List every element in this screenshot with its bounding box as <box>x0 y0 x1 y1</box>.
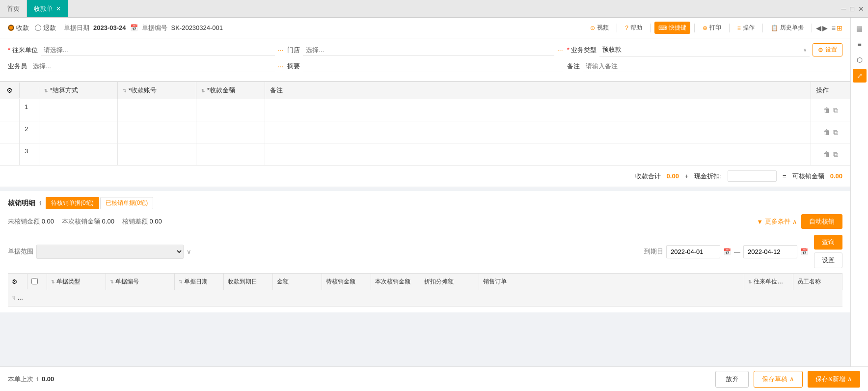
store-more-btn[interactable]: ··· <box>557 46 563 54</box>
sub-dept-col: ⇅ 部门名称 <box>8 290 27 306</box>
tab-close-button[interactable]: ✕ <box>56 5 61 12</box>
due-date-from-input[interactable] <box>666 245 720 258</box>
summary-row: 收款合计 0.00 + 现金折扣: = 可核销金额 0.00 <box>0 166 850 187</box>
window-maximize-button[interactable]: □ <box>850 5 854 13</box>
summary-input[interactable] <box>303 60 563 72</box>
abandon-button[interactable]: 放弃 <box>715 371 749 388</box>
reconcile-info-icon[interactable]: ℹ <box>39 200 42 207</box>
nav-prev-button[interactable]: ◀ <box>816 24 821 32</box>
business-type-select[interactable]: 预收款 ∨ <box>599 43 810 56</box>
counterparty-more-btn[interactable]: ··· <box>278 46 284 54</box>
sidebar-doc-button[interactable]: ≡ <box>853 37 867 51</box>
sidebar-link-button[interactable]: ⬡ <box>853 53 867 67</box>
tab-bar: 首页 收款单 ✕ ─ □ ✕ <box>0 0 868 18</box>
business-type-value: 预收款 <box>602 45 801 54</box>
nav-next-button[interactable]: ▶ <box>822 24 828 32</box>
row1-account[interactable] <box>118 99 196 121</box>
completed-tab[interactable]: 已核销单据(0笔) <box>100 197 154 209</box>
range-dropdown-icon[interactable]: ∨ <box>187 248 191 255</box>
shortcut-button[interactable]: ⌨ 快捷键 <box>654 22 690 34</box>
sub-select-all-checkbox[interactable] <box>31 278 38 284</box>
counterparty-label: 往来单位 <box>8 46 38 55</box>
calendar-icon[interactable]: 📅 <box>130 24 138 31</box>
right-sidebar: ▦ ≡ ⬡ ⤢ <box>850 18 868 366</box>
layout-list-button[interactable]: ≡ <box>832 24 836 32</box>
calendar-from-icon[interactable]: 📅 <box>723 248 731 255</box>
row2-note[interactable] <box>265 121 811 143</box>
operation-button[interactable]: ≡ 操作 <box>733 22 759 34</box>
sidebar-grid-button[interactable]: ▦ <box>853 22 867 35</box>
row1-delete-button[interactable]: 🗑 <box>823 106 830 114</box>
footer-info-icon[interactable]: ℹ <box>36 376 39 383</box>
row3-amount[interactable] <box>196 143 265 165</box>
reconcile-stats: 未核销金额 0.00 本次核销金额 0.00 核销差额 0.00 ▼ 更多条件 … <box>8 214 842 229</box>
plus-sign: + <box>685 172 689 180</box>
tab-receipt-label: 收款单 <box>34 4 53 13</box>
note-label: 备注 <box>567 62 580 71</box>
sub-table-header: ⚙ ⇅ 单据类型 ⇅ 单据编号 ⇅ 单据日期 收款到期日 金额 <box>8 273 842 307</box>
row1-note[interactable] <box>265 99 811 121</box>
sidebar-expand-button[interactable]: ⤢ <box>853 69 867 83</box>
row3-settlement[interactable] <box>39 143 118 165</box>
window-close-button[interactable]: ✕ <box>858 5 864 13</box>
video-button[interactable]: ⊙ 视频 <box>586 22 613 34</box>
row2-copy-button[interactable]: ⧉ <box>833 128 838 137</box>
pending-tab[interactable]: 待核销单据(0笔) <box>46 197 99 209</box>
radio-receipt[interactable]: 收款 <box>8 24 29 32</box>
radio-receipt-input[interactable] <box>8 25 14 31</box>
help-button[interactable]: ? 帮助 <box>621 22 646 34</box>
note-input[interactable] <box>583 60 842 72</box>
settings-gear-icon: ⚙ <box>818 47 823 54</box>
counterparty-input[interactable] <box>41 44 275 56</box>
table-gear-button[interactable]: ⚙ <box>6 86 13 94</box>
video-icon: ⊙ <box>590 25 595 31</box>
row3-delete-button[interactable]: 🗑 <box>823 150 830 158</box>
table-note-label: 备注 <box>270 86 283 94</box>
row3-note[interactable] <box>265 143 811 165</box>
history-icon: 📋 <box>771 25 778 31</box>
auto-reconcile-button[interactable]: 自动核销 <box>801 214 842 229</box>
row2-settlement[interactable] <box>39 121 118 143</box>
form-area: 往来单位 ··· 门店 ··· 业务类型 预收款 ∨ ⚙ 设置 <box>0 38 850 82</box>
form-settings-button[interactable]: ⚙ 设置 <box>813 43 842 56</box>
row1-amount[interactable] <box>196 99 265 121</box>
sub-settings-button[interactable]: 设置 <box>814 252 842 268</box>
discount-input[interactable] <box>728 170 777 182</box>
due-date-to-input[interactable] <box>743 245 797 258</box>
row2-account[interactable] <box>118 121 196 143</box>
history-button[interactable]: 📋 历史单据 <box>767 22 808 34</box>
salesperson-more-btn[interactable]: ··· <box>278 62 284 70</box>
row1-copy-button[interactable]: ⧉ <box>833 106 838 114</box>
divider-4 <box>729 24 730 32</box>
print-button[interactable]: ⊕ 打印 <box>699 22 725 34</box>
sub-current-label: 本次核销金额 <box>375 278 410 285</box>
sort-arrows-docno: ⇅ <box>110 279 114 284</box>
store-input[interactable] <box>303 44 554 56</box>
row1-actions: 🗑 ⧉ <box>811 99 850 121</box>
salesperson-field: 业务员 ··· <box>8 60 283 72</box>
layout-grid-button[interactable]: ⊞ <box>837 24 842 32</box>
salesperson-input[interactable] <box>30 60 275 72</box>
filter-icon: ▼ <box>757 218 763 225</box>
tab-home[interactable]: 首页 <box>0 0 27 17</box>
save-new-button[interactable]: 保存&新增 ∧ <box>808 371 860 388</box>
window-minimize-button[interactable]: ─ <box>841 5 846 13</box>
calendar-to-icon[interactable]: 📅 <box>800 248 808 255</box>
more-filter-button[interactable]: ▼ 更多条件 ∧ <box>757 217 797 226</box>
tab-receipt[interactable]: 收款单 ✕ <box>27 0 68 17</box>
sub-gear-button[interactable]: ⚙ <box>12 278 18 285</box>
row1-settlement[interactable] <box>39 99 118 121</box>
business-type-dropdown-arrow[interactable]: ∨ <box>803 47 807 53</box>
sort-arrows-counterparty: ⇅ <box>748 279 752 284</box>
query-button[interactable]: 查询 <box>814 235 842 250</box>
row2-amount[interactable] <box>196 121 265 143</box>
sub-current-col: 本次核销金额 <box>371 274 420 290</box>
radio-refund-input[interactable] <box>35 25 41 31</box>
radio-refund[interactable]: 退款 <box>35 24 56 32</box>
save-draft-button[interactable]: 保存草稿 ∧ <box>754 371 803 388</box>
row3-account[interactable] <box>118 143 196 165</box>
range-select[interactable] <box>36 245 184 259</box>
row3-copy-button[interactable]: ⧉ <box>833 150 838 159</box>
sub-discount-label: 折扣分摊额 <box>424 278 454 285</box>
row2-delete-button[interactable]: 🗑 <box>823 128 830 136</box>
